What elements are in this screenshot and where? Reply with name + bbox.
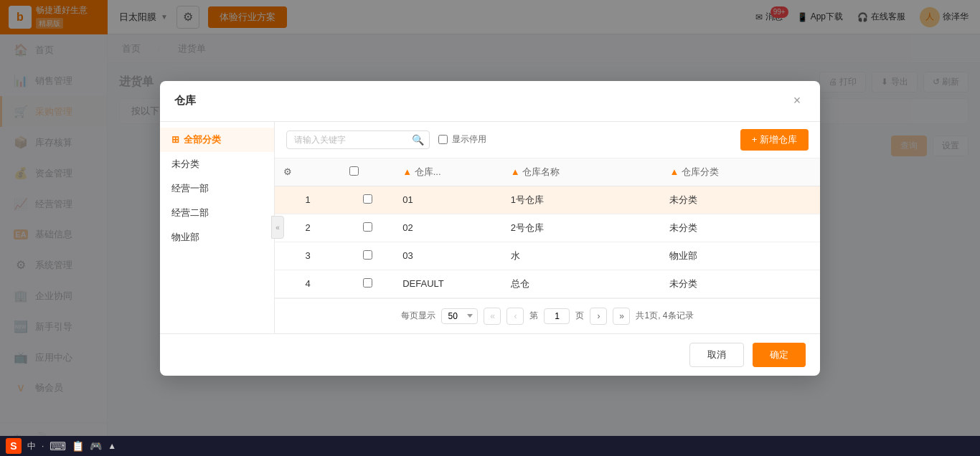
modal-category-sidebar: ⊞ 全部分类 未分类 经营一部 经营二部 物业部 «: [160, 122, 275, 333]
page-size-label: 每页显示: [401, 310, 435, 322]
row-category: 未分类: [661, 270, 820, 298]
bottom-dot-icon: ·: [42, 441, 44, 451]
category-uncategorized[interactable]: 未分类: [160, 152, 274, 176]
category-dept2[interactable]: 经营二部: [160, 201, 274, 225]
warehouse-data-table: ⚙ ▲ 仓库... ▲: [275, 158, 820, 298]
category-uncategorized-label: 未分类: [171, 158, 199, 171]
modal-body: ⊞ 全部分类 未分类 经营一部 经营二部 物业部 «: [160, 122, 820, 333]
sort-icon-cat: ▲: [669, 166, 679, 177]
modal-overlay: 仓库 × ⊞ 全部分类 未分类 经营一部 经营二部: [0, 0, 980, 456]
row-category: 未分类: [661, 214, 820, 242]
bottom-game-icon: 🎮: [90, 440, 102, 452]
row-name: 总仓: [502, 270, 661, 298]
page-unit: 页: [575, 310, 584, 322]
show-disabled-label: 显示停用: [452, 133, 486, 146]
category-all-label: 全部分类: [184, 133, 221, 146]
table-row[interactable]: 4 DEFAULT 总仓 未分类: [275, 270, 820, 298]
col-header-name[interactable]: ▲ 仓库名称: [502, 158, 661, 186]
row-check: [341, 242, 394, 270]
col-header-check: [341, 158, 394, 186]
col-header-category[interactable]: ▲ 仓库分类: [661, 158, 820, 186]
show-disabled-wrap: 显示停用: [438, 133, 486, 146]
bottom-s-icon: S: [6, 438, 22, 454]
row-check: [341, 214, 394, 242]
confirm-button[interactable]: 确定: [753, 343, 806, 367]
modal-toolbar: 🔍 显示停用 + 新增仓库: [275, 122, 820, 158]
row-checkbox[interactable]: [363, 250, 372, 260]
table-row[interactable]: 1 01 1号仓库 未分类: [275, 186, 820, 214]
row-category: 物业部: [661, 242, 820, 270]
bottom-status-bar: S 中 · ⌨ 📋 🎮 ▲: [0, 436, 980, 456]
search-input[interactable]: [286, 130, 430, 149]
modal-main: 🔍 显示停用 + 新增仓库 ⚙: [275, 122, 820, 333]
row-name: 2号仓库: [502, 214, 661, 242]
row-code: 03: [394, 242, 502, 270]
category-all[interactable]: ⊞ 全部分类: [160, 128, 274, 152]
row-code: 02: [394, 214, 502, 242]
row-category: 未分类: [661, 186, 820, 214]
warehouse-table: ⚙ ▲ 仓库... ▲: [275, 158, 820, 298]
row-check: [341, 270, 394, 298]
bottom-keyboard-icon: ⌨: [50, 440, 66, 453]
row-index: 1: [275, 186, 341, 214]
col-header-code[interactable]: ▲ 仓库...: [394, 158, 502, 186]
show-disabled-checkbox[interactable]: [438, 135, 448, 144]
modal-pagination: 每页显示 10 20 50 100 « ‹ 第 页 › » 共1页, 4条记录: [275, 298, 820, 333]
last-page-button[interactable]: »: [613, 308, 630, 325]
total-info: 共1页, 4条记录: [636, 310, 693, 322]
warehouse-modal: 仓库 × ⊞ 全部分类 未分类 经营一部 经营二部: [160, 81, 820, 376]
next-page-button[interactable]: ›: [590, 308, 607, 325]
row-index: 3: [275, 242, 341, 270]
category-property-label: 物业部: [171, 231, 199, 244]
row-index: 4: [275, 270, 341, 298]
row-name: 水: [502, 242, 661, 270]
table-row[interactable]: 3 03 水 物业部: [275, 242, 820, 270]
sort-icon-name: ▲: [511, 166, 520, 177]
search-icon[interactable]: 🔍: [412, 134, 424, 146]
modal-title: 仓库: [174, 94, 196, 108]
bottom-clipboard-icon: 📋: [72, 440, 84, 452]
sort-icon: ▲: [402, 166, 412, 177]
row-code: 01: [394, 186, 502, 214]
category-dept2-label: 经营二部: [171, 206, 209, 219]
row-code: DEFAULT: [394, 270, 502, 298]
row-name: 1号仓库: [502, 186, 661, 214]
add-warehouse-button[interactable]: + 新增仓库: [740, 129, 809, 151]
modal-footer: 取消 确定: [160, 333, 820, 376]
sidebar-collapse-button[interactable]: «: [271, 216, 284, 239]
col-header-settings: ⚙: [275, 158, 341, 186]
grid-icon: ⊞: [171, 134, 179, 145]
modal-header: 仓库 ×: [160, 81, 820, 122]
page-number-input[interactable]: [544, 308, 570, 324]
table-header-row: ⚙ ▲ 仓库... ▲: [275, 158, 820, 186]
table-body: 1 01 1号仓库 未分类 2: [275, 186, 820, 298]
modal-close-button[interactable]: ×: [788, 92, 806, 110]
category-property[interactable]: 物业部: [160, 225, 274, 250]
page-size-select[interactable]: 10 20 50 100: [441, 308, 478, 324]
prev-page-button[interactable]: ‹: [507, 308, 524, 325]
row-checkbox[interactable]: [363, 222, 372, 232]
column-settings-icon[interactable]: ⚙: [283, 166, 292, 177]
cancel-button[interactable]: 取消: [689, 343, 744, 367]
row-index: 2: [275, 214, 341, 242]
table-row[interactable]: 2 02 2号仓库 未分类: [275, 214, 820, 242]
row-check: [341, 186, 394, 214]
row-checkbox[interactable]: [363, 278, 372, 288]
select-all-checkbox[interactable]: [349, 166, 359, 176]
search-input-wrap: 🔍: [286, 130, 430, 149]
first-page-button[interactable]: «: [484, 308, 501, 325]
bottom-zh-label: 中: [27, 440, 36, 452]
bottom-arrow-icon: ▲: [108, 441, 116, 451]
row-checkbox[interactable]: [363, 194, 372, 204]
page-text: 第: [529, 310, 538, 322]
category-dept1[interactable]: 经营一部: [160, 176, 274, 201]
category-dept1-label: 经营一部: [171, 182, 209, 195]
